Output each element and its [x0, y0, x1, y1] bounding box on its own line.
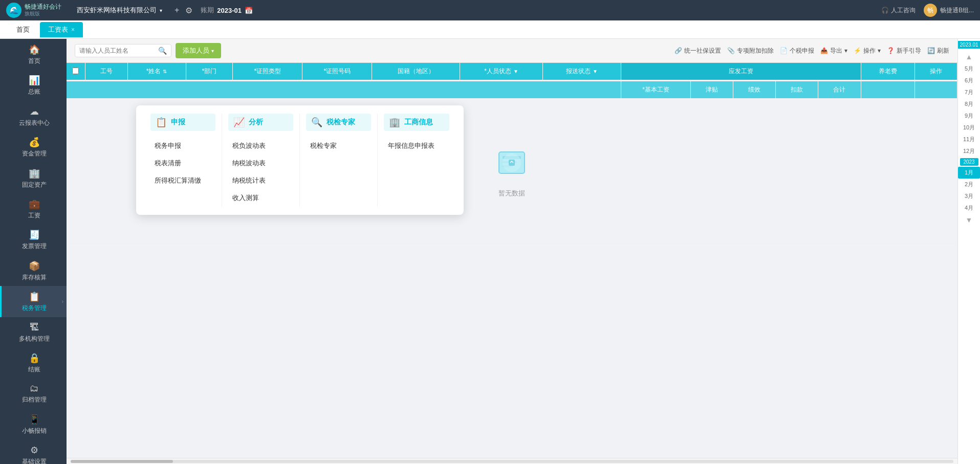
svg-rect-5 [509, 160, 515, 166]
inventory-icon: 📦 [29, 260, 40, 272]
timeline-month-7[interactable]: 7月 [958, 86, 980, 98]
menu-item-tax-flow[interactable]: 纳税波动表 [228, 154, 293, 172]
logo-icon: 🌊 [6, 3, 21, 18]
tab-home[interactable]: 首页 [8, 22, 38, 37]
add-person-button[interactable]: 添加人员 ▾ [176, 43, 221, 58]
tax-report-button[interactable]: 📄 个税申报 [780, 47, 814, 55]
tab-salary[interactable]: 工资表 × [40, 22, 83, 37]
timeline-month-6[interactable]: 6月 [958, 75, 980, 86]
ledger-icon: 📊 [29, 75, 40, 86]
menu-item-annual-report[interactable]: 年报信息申报表 [384, 137, 449, 154]
popup-grid: 📋 申报 税务申报 税表清册 所得税汇算清缴 📈 分析 税负波动表 纳税波动表 … [144, 114, 455, 207]
timeline-nav-down[interactable]: ▼ [964, 214, 975, 226]
operation-button[interactable]: ⚡ 操作 ▾ [854, 47, 881, 55]
sidebar-item-capital[interactable]: 💰 资金管理 [0, 131, 67, 162]
timeline-month-8[interactable]: 8月 [958, 98, 980, 110]
sidebar-item-home[interactable]: 🏠 首页 [0, 39, 67, 70]
scroll-thumb[interactable] [71, 460, 173, 463]
timeline-month-4[interactable]: 4月 [958, 202, 980, 214]
sub-col-total: 合计 [818, 81, 861, 98]
sidebar-label-multi: 多机构管理 [19, 335, 50, 342]
sidebar-item-salary[interactable]: 💼 工资 [0, 193, 67, 224]
timeline-nav-up[interactable]: ▲ [964, 51, 975, 63]
sidebar-item-tax[interactable]: 📋 税务管理 › [0, 286, 67, 317]
col-salary-group: 应发工资 [621, 63, 861, 80]
sidebar-item-cloud[interactable]: ☁ 云报表中心 [0, 101, 67, 131]
timeline-month-1[interactable]: 1月 [958, 167, 980, 179]
sidebar-item-assets[interactable]: 🏢 固定资产 [0, 163, 67, 193]
sidebar-label-salary: 工资 [28, 212, 40, 219]
search-input[interactable] [79, 47, 156, 54]
sidebar-label-ledger: 总账 [28, 88, 40, 95]
col-num: 工号 [85, 63, 127, 80]
settings-gear-icon: ⚙ [30, 445, 38, 456]
col-status[interactable]: *人员状态 ▼ [460, 63, 543, 80]
period-value[interactable]: 2023-01 [217, 7, 242, 14]
sidebar-label-report: 小畅报销 [22, 427, 47, 434]
sidebar-item-settings[interactable]: ⚙ 基础设置 [0, 439, 67, 464]
question-icon: ❓ [887, 47, 895, 54]
report-filter-icon: ▼ [593, 69, 598, 74]
timeline-month-9[interactable]: 9月 [958, 110, 980, 122]
sub-col-deduction: 扣款 [776, 81, 818, 98]
tax-expert-header: 🔍 税检专家 [306, 114, 371, 131]
sidebar-label-invoice: 发票管理 [22, 242, 47, 250]
timeline-year-2023: 2023 [960, 158, 978, 166]
main-layout: 🏠 首页 📊 总账 ☁ 云报表中心 💰 资金管理 🏢 固定资产 💼 工资 🧾 发… [0, 39, 980, 464]
col-name[interactable]: *姓名 ⇅ [127, 63, 186, 80]
sidebar-item-archive[interactable]: 🗂 归档管理 [0, 378, 67, 408]
col-report-status[interactable]: 报送状态 ▼ [542, 63, 621, 80]
right-timeline: 2023.01 ▲ 5月 6月 7月 8月 9月 10月 11月 12月 202… [957, 39, 980, 464]
special-deduction-button[interactable]: 📎 专项附加扣除 [727, 47, 774, 55]
tab-close-icon[interactable]: × [71, 26, 75, 33]
sidebar-item-inventory[interactable]: 📦 库存核算 [0, 255, 67, 286]
closing-icon: 🔒 [29, 352, 40, 364]
sidebar-item-ledger[interactable]: 📊 总账 [0, 70, 67, 100]
menu-item-tax-stat[interactable]: 纳税统计表 [228, 172, 293, 189]
business-header: 🏢 工商信息 [384, 114, 449, 131]
toolbar-actions: 🔗 统一社保设置 📎 专项附加扣除 📄 个税申报 📤 导出 ▾ ⚡ [674, 47, 949, 55]
tab-bar: 首页 工资表 × [0, 20, 980, 39]
sidebar-label-tax: 税务管理 [22, 304, 47, 312]
sidebar-label-archive: 归档管理 [22, 396, 47, 403]
menu-item-tax-burden[interactable]: 税负波动表 [228, 137, 293, 154]
timeline-month-5[interactable]: 5月 [958, 63, 980, 75]
header-right: 🎧 人工咨询 畅 畅捷通B组... [881, 4, 974, 17]
menu-item-tax-form[interactable]: 税表清册 [150, 154, 215, 172]
settings-icon[interactable]: ⚙ [185, 6, 192, 15]
select-all-checkbox[interactable] [72, 68, 79, 74]
timeline-month-10[interactable]: 10月 [958, 122, 980, 134]
empty-text: 暂无数据 [498, 189, 525, 198]
timeline-month-11[interactable]: 11月 [958, 134, 980, 145]
menu-item-income-estimate[interactable]: 收入测算 [228, 189, 293, 207]
user-info[interactable]: 畅 畅捷通B组... [924, 4, 974, 17]
menu-item-tax-check[interactable]: 税检专家 [306, 137, 371, 154]
timeline-month-2[interactable]: 2月 [958, 179, 980, 190]
help-button[interactable]: 🎧 人工咨询 [881, 6, 916, 15]
add-dropdown-arrow-icon: ▾ [211, 48, 214, 54]
refresh-button[interactable]: 🔄 刷新 [927, 47, 949, 55]
add-company-icon[interactable]: + [175, 6, 179, 15]
sidebar-item-report[interactable]: 📱 小畅报销 [0, 409, 67, 439]
timeline-month-12[interactable]: 12月 [958, 145, 980, 157]
declaration-icon: 📋 [156, 117, 167, 128]
menu-item-income-calc[interactable]: 所得税汇算清缴 [150, 172, 215, 189]
sub-col-allowance: 津贴 [691, 81, 733, 98]
bottom-scrollbar[interactable] [67, 458, 957, 464]
sidebar-item-closing[interactable]: 🔒 结账 [0, 347, 67, 378]
social-insurance-button[interactable]: 🔗 统一社保设置 [674, 47, 721, 55]
sidebar-item-multi[interactable]: 🏗 多机构管理 [0, 317, 67, 347]
export-button[interactable]: 📤 导出 ▾ [820, 47, 847, 55]
timeline-month-3[interactable]: 3月 [958, 190, 980, 202]
operation-dropdown-icon: ▾ [878, 47, 881, 54]
sidebar-item-invoice[interactable]: 🧾 发票管理 [0, 224, 67, 255]
select-all-header[interactable] [67, 63, 85, 80]
sidebar-label-capital: 资金管理 [22, 150, 47, 157]
analysis-icon: 📈 [233, 117, 245, 128]
status-filter-icon: ▼ [513, 69, 518, 74]
tax-expert-title: 税检专家 [326, 118, 355, 127]
company-selector[interactable]: 西安虾米网络科技有限公司 ▾ [73, 4, 166, 17]
newbie-guide-button[interactable]: ❓ 新手引导 [887, 47, 921, 55]
menu-item-tax-report[interactable]: 税务申报 [150, 137, 215, 154]
calendar-icon[interactable]: 📅 [245, 7, 253, 14]
